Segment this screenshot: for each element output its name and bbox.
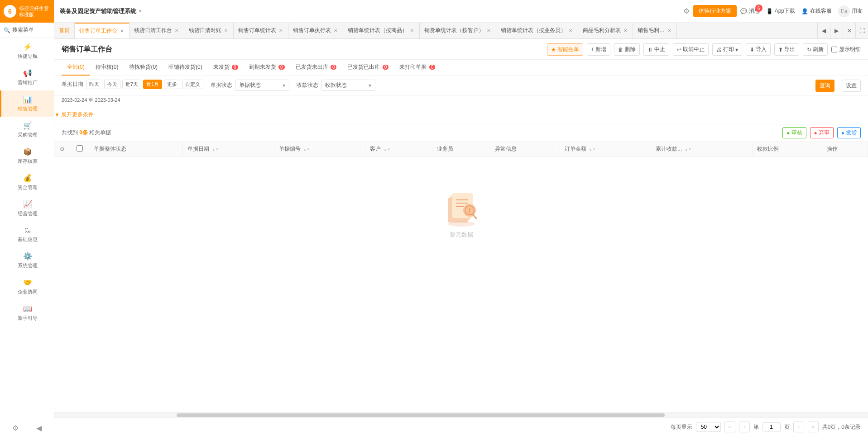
scroll-thumb[interactable] <box>177 413 665 417</box>
prev-page-btn[interactable]: ‹ <box>739 422 750 432</box>
filter-date-more[interactable]: 更多 <box>164 80 180 89</box>
query-button[interactable]: 查询 <box>815 80 834 92</box>
tab-sales-exec[interactable]: 销售订单执行表 ✕ <box>288 23 343 39</box>
th-received[interactable]: 累计收款... ▲▼ <box>651 142 753 157</box>
tab-sales-stat-customer[interactable]: 销货单统计表（按客户） ✕ <box>420 23 496 39</box>
tab-close-icon[interactable]: ✕ <box>174 28 179 33</box>
sidebar-item-guide[interactable]: 📖 新手引导 <box>0 300 54 326</box>
reject-button[interactable]: ● 弃审 <box>810 127 834 138</box>
import-button[interactable]: ⬇ 导入 <box>746 43 771 56</box>
tab-close-icon[interactable]: ✕ <box>623 28 628 33</box>
column-settings-icon[interactable]: ⚙ <box>60 146 65 152</box>
sidebar-item-purchase[interactable]: 🛒 采购管理 <box>0 117 54 143</box>
last-page-btn[interactable]: » <box>808 422 819 432</box>
dropdown-arrow-icon[interactable]: ▾ <box>139 9 141 14</box>
th-checkbox[interactable] <box>71 142 89 157</box>
tab-sales-gross[interactable]: 销售毛利… ✕ <box>633 23 677 39</box>
approve-button[interactable]: ● 审核 <box>782 127 806 138</box>
sidebar-item-sales[interactable]: 📊 销售管理 <box>0 90 54 117</box>
th-date[interactable]: 单据日期 ▲▼ <box>183 142 274 157</box>
sidebar-item-enterprise[interactable]: 🤝 企业协同 <box>0 274 54 300</box>
per-page-select[interactable]: 50 100 200 <box>696 422 721 432</box>
sub-tab-pending-review[interactable]: 待审核(0) <box>90 60 124 76</box>
industry-solution-button[interactable]: 体验行业方案 <box>693 5 737 17</box>
app-download-btn[interactable]: 📱 App下载 <box>766 7 795 15</box>
tab-fullscreen-btn[interactable]: ⛶ <box>855 23 868 39</box>
sidebar-item-quick-nav[interactable]: ⚡ 快捷导航 <box>0 38 54 64</box>
tab-close-icon[interactable]: ✕ <box>568 28 573 33</box>
sort-received-icon[interactable]: ▲▼ <box>685 147 692 152</box>
th-exception[interactable]: 异常信息 <box>490 142 560 157</box>
filter-date-custom[interactable]: 自定义 <box>182 80 203 89</box>
show-detail-checkbox-label[interactable]: 显示明细 <box>831 46 861 53</box>
sort-date-icon[interactable]: ▲▼ <box>212 147 219 152</box>
user-menu-btn[interactable]: Ea 用友 <box>838 5 863 17</box>
settings-gear-icon[interactable]: ⚙ <box>12 424 19 432</box>
ship-button[interactable]: ● 发货 <box>837 127 861 138</box>
tab-prev-btn[interactable]: ◀ <box>817 23 830 39</box>
sub-tab-expired-unshipped[interactable]: 到期未发货 0 <box>244 60 290 76</box>
sort-number-icon[interactable]: ▲▼ <box>303 147 310 152</box>
refresh-button[interactable]: ↻ 刷新 <box>803 43 828 56</box>
horizontal-scroll[interactable] <box>54 412 868 417</box>
next-page-btn[interactable]: › <box>793 422 804 432</box>
tab-sales-order[interactable]: 销售订单工作台 ✕ <box>75 23 129 39</box>
smart-create-button[interactable]: ★ 智能生单 <box>547 43 583 56</box>
th-status[interactable]: 单据整体状态 <box>89 142 183 157</box>
filter-date-today[interactable]: 今天 <box>104 80 120 89</box>
tab-close-icon[interactable]: ✕ <box>278 28 283 33</box>
filter-date-7days[interactable]: 近7天 <box>122 80 141 89</box>
th-number[interactable]: 单据编号 ▲▼ <box>274 142 365 157</box>
th-staff[interactable]: 业务员 <box>432 142 490 157</box>
th-customer[interactable]: 客户 ▲▼ <box>365 142 432 157</box>
sidebar-item-finance[interactable]: 💰 资金管理 <box>0 169 54 195</box>
sub-tab-wangpu-pending[interactable]: 旺铺待发货(0) <box>163 60 208 76</box>
sidebar-item-marketing[interactable]: 📢 营销推广 <box>0 64 54 90</box>
gear-icon[interactable]: ⚙ <box>683 7 690 15</box>
filter-status-select[interactable]: 单据状态 ▾ <box>235 80 289 91</box>
sub-tab-unshipped[interactable]: 未发货 0 <box>208 60 244 76</box>
tab-close-icon[interactable]: ✕ <box>409 28 415 33</box>
sub-tab-shipped-unstored[interactable]: 已发货未出库 0 <box>290 60 342 76</box>
tab-next-btn[interactable]: ▶ <box>830 23 843 39</box>
filter-date-yesterday[interactable]: 昨天 <box>86 80 102 89</box>
sidebar-item-system[interactable]: ⚙️ 系统管理 <box>0 247 54 274</box>
pause-button[interactable]: ⏸ 中止 <box>643 43 669 56</box>
sub-tab-pending-inspection[interactable]: 待拣验货(0) <box>124 60 163 76</box>
sidebar-item-inventory[interactable]: 📦 库存核算 <box>0 143 54 169</box>
filter-settings-button[interactable]: 设置 <box>842 80 861 92</box>
th-operation[interactable]: 操作 <box>822 142 868 157</box>
tab-cash-daily[interactable]: 钱货日清工作台 ✕ <box>129 23 184 39</box>
filter-payment-select[interactable]: 收款状态 ▾ <box>321 80 375 91</box>
tab-sales-stat[interactable]: 销售订单统计表 ✕ <box>234 23 288 39</box>
cancel-pause-button[interactable]: ↩ 取消中止 <box>673 43 709 56</box>
sub-tab-all[interactable]: 全部(0) <box>62 60 90 76</box>
sort-customer-icon[interactable]: ▲▼ <box>384 147 391 152</box>
sort-amount-icon[interactable]: ▲▼ <box>589 147 596 152</box>
tab-sales-stat-staff[interactable]: 销货单统计表（按业务员） ✕ <box>496 23 578 39</box>
tab-close-icon[interactable]: ✕ <box>333 28 338 33</box>
tab-close-icon[interactable]: ✕ <box>486 28 491 33</box>
show-detail-checkbox[interactable] <box>831 47 837 52</box>
tab-cash-reconcile[interactable]: 钱货日清对账 ✕ <box>184 23 234 39</box>
filter-date-1month[interactable]: 近1月 <box>143 80 162 89</box>
tab-sales-stat-product[interactable]: 销货单统计表（按商品） ✕ <box>343 23 420 39</box>
sidebar-item-base-info[interactable]: 🗂 基础信息 <box>0 222 54 247</box>
first-page-btn[interactable]: « <box>724 422 735 432</box>
sidebar-item-operations[interactable]: 📈 经营管理 <box>0 195 54 222</box>
th-amount[interactable]: 订单金额 ▲▼ <box>560 142 651 157</box>
tab-close-icon[interactable]: ✕ <box>119 28 125 33</box>
tab-gross-profit[interactable]: 商品毛利分析表 ✕ <box>578 23 633 39</box>
tab-close-icon[interactable]: ✕ <box>223 28 229 33</box>
message-btn[interactable]: 💬 消息 6 <box>740 7 760 15</box>
export-button[interactable]: ⬆ 导出 <box>774 43 799 56</box>
tab-home[interactable]: 首页 <box>54 23 75 39</box>
sub-tab-unprinted[interactable]: 未打印单据 0 <box>394 60 441 76</box>
th-payment-ratio[interactable]: 收款比例 <box>753 142 822 157</box>
page-number-input[interactable] <box>762 422 781 431</box>
collapse-icon[interactable]: ◀ <box>36 424 42 432</box>
add-button[interactable]: + 新增 <box>587 43 610 56</box>
print-button[interactable]: 🖨 打印 ▾ <box>712 43 742 56</box>
expand-conditions-btn[interactable]: ▼ 展开更多条件 <box>54 111 868 118</box>
sidebar-search[interactable]: 🔍 搜索菜单 <box>0 23 54 38</box>
